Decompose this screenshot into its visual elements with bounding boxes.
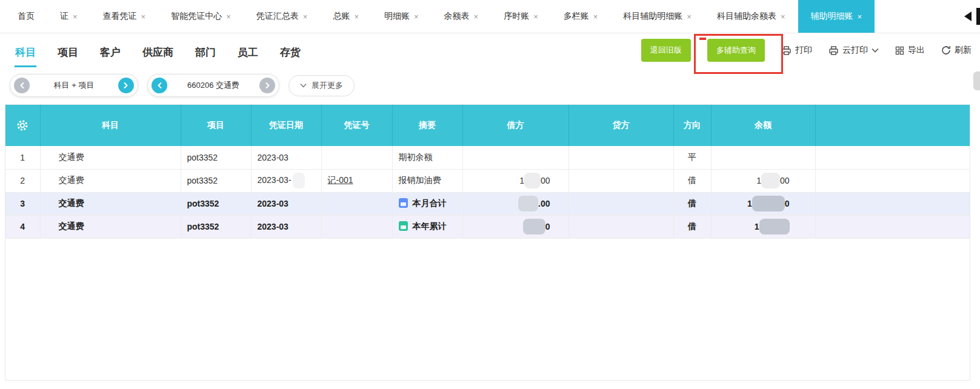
tab[interactable]: 智能凭证中心× (158, 0, 244, 33)
assist-nav-tab[interactable]: 员工 (237, 36, 259, 67)
tab-close-icon[interactable]: × (781, 12, 785, 21)
cell-balance (711, 146, 815, 169)
table-row[interactable]: 1交通费pot33522023-03期初余额平 (5, 146, 970, 169)
cell-project: pot3352 (181, 192, 251, 215)
tab[interactable]: 凭证汇总表× (244, 0, 321, 33)
cell-balance: 10 (711, 192, 815, 215)
subject-filter-pill[interactable]: 660206 交通费 (147, 74, 279, 97)
print-button[interactable]: 打印 (781, 45, 812, 56)
tab-close-icon[interactable]: × (354, 12, 359, 21)
tab[interactable]: 科目辅助余额表× (704, 0, 798, 33)
redaction-blob (518, 196, 538, 211)
cell-extra (815, 146, 970, 169)
chevron-down-icon (300, 83, 307, 88)
tab-close-icon[interactable]: × (533, 12, 538, 21)
tab-close-icon[interactable]: × (474, 12, 479, 21)
voucher-link[interactable]: 记-001 (328, 175, 353, 185)
gear-icon[interactable] (16, 119, 29, 132)
tab[interactable]: 余额表× (432, 0, 492, 33)
column-header[interactable]: 科目 (40, 105, 181, 146)
amount-value: .00 (469, 196, 550, 211)
chevron-right-icon[interactable] (259, 78, 275, 93)
cell-direction: 借 (673, 215, 711, 238)
assist-nav-tab[interactable]: 客户 (99, 36, 121, 67)
redaction-blob (761, 173, 780, 188)
table-row[interactable]: 2交通费pot33522023-03-记-001报销加油费100借100 (5, 169, 970, 192)
ledger-table: 科目项目凭证日期凭证号摘要借方贷方方向余额 1交通费pot33522023-03… (5, 105, 970, 239)
dimension-filter-pill[interactable]: 科目 + 项目 (10, 74, 138, 97)
settings-header-cell[interactable] (5, 105, 40, 146)
chevron-left-icon[interactable] (152, 78, 167, 93)
tab[interactable]: 科目辅助明细账× (610, 0, 704, 33)
cell-voucher-date: 2023-03 (251, 215, 321, 238)
column-header[interactable]: 凭证日期 (251, 105, 321, 146)
tab-close-icon[interactable]: × (226, 12, 231, 21)
tab-label: 科目辅助明细账 (623, 11, 682, 22)
ledger-table-container: 科目项目凭证日期凭证号摘要借方贷方方向余额 1交通费pot33522023-03… (5, 104, 970, 381)
amount-value: 0 (469, 219, 550, 234)
cell-balance: 100 (711, 169, 815, 192)
table-header-row: 科目项目凭证日期凭证号摘要借方贷方方向余额 (5, 105, 970, 146)
tab[interactable]: 证× (47, 0, 90, 33)
tab-close-icon[interactable]: × (414, 12, 419, 21)
tab[interactable]: 查看凭证× (90, 0, 159, 33)
column-header[interactable]: 方向 (673, 105, 711, 146)
column-header[interactable]: 借方 (462, 105, 568, 146)
assist-nav-tab[interactable]: 科目 (15, 36, 36, 67)
tab-close-icon[interactable]: × (858, 12, 862, 21)
cloud-print-button[interactable]: 云打印 (828, 45, 879, 56)
column-header[interactable]: 余额 (711, 105, 815, 146)
column-header[interactable]: 贷方 (568, 105, 673, 146)
redaction-blob (293, 173, 305, 188)
tab-scroll-right-button[interactable] (976, 8, 980, 25)
tab-close-icon[interactable]: × (303, 12, 308, 21)
tab[interactable]: 明细账× (372, 0, 432, 33)
tab[interactable]: 序时账× (491, 0, 551, 33)
cell-credit (568, 192, 673, 215)
tab-label: 智能凭证中心 (171, 11, 222, 22)
chevron-right-icon[interactable] (118, 78, 134, 93)
redaction-blob (759, 219, 790, 234)
export-button[interactable]: 导出 (895, 45, 925, 56)
column-header[interactable]: 项目 (181, 105, 251, 146)
amount-visible-text: 0 (785, 199, 790, 208)
cell-credit (568, 215, 673, 238)
cell-direction: 借 (673, 169, 711, 192)
amount-visible-text: 0 (545, 222, 550, 231)
chevron-left-icon[interactable] (14, 78, 30, 93)
table-row[interactable]: 3交通费pot33522023-03本月合计.00借10 (5, 192, 970, 215)
voucher-date-text: 2023-03 (258, 153, 288, 162)
tab[interactable]: 首页 (5, 0, 47, 33)
multi-assist-query-button[interactable]: 多辅助查询 (707, 39, 765, 62)
tab-close-icon[interactable]: × (73, 12, 78, 21)
column-header[interactable]: 凭证号 (321, 105, 392, 146)
assist-nav-tab[interactable]: 供应商 (142, 36, 174, 67)
tab-label: 总账 (333, 11, 350, 22)
tab[interactable]: 辅助明细账× (798, 0, 875, 33)
tab[interactable]: 总账× (320, 0, 372, 33)
amount-value: 100 (718, 173, 790, 188)
dimension-filter-label: 科目 + 项目 (48, 80, 101, 91)
tab-close-icon[interactable]: × (593, 12, 598, 21)
tab-close-icon[interactable]: × (141, 12, 146, 21)
tab-close-icon[interactable]: × (687, 12, 692, 21)
assist-nav-tab[interactable]: 部门 (195, 36, 216, 67)
amount-visible-text: 00 (780, 176, 790, 185)
table-row[interactable]: 4交通费pot33522023-03本年累计0借1 (5, 215, 970, 238)
column-header[interactable]: 摘要 (392, 105, 462, 146)
summary-text: 本年累计 (413, 221, 447, 231)
expand-more-button[interactable]: 展开更多 (288, 75, 355, 96)
assist-nav-tab[interactable]: 存货 (279, 36, 301, 67)
assist-nav-tab[interactable]: 项目 (57, 36, 79, 67)
cell-project: pot3352 (181, 146, 251, 169)
tab-label: 查看凭证 (103, 11, 137, 22)
back-to-old-version-button[interactable]: 退回旧版 (641, 39, 691, 62)
amount-visible-text: 1 (755, 222, 759, 231)
vertical-scrollbar-thumb[interactable] (973, 71, 980, 90)
month-total-icon (399, 198, 408, 208)
tab-label: 科目辅助余额表 (717, 11, 776, 22)
cell-extra (815, 169, 970, 192)
tab[interactable]: 多栏账× (551, 0, 611, 33)
refresh-button[interactable]: 刷新 (941, 45, 972, 56)
refresh-label: 刷新 (955, 45, 972, 56)
